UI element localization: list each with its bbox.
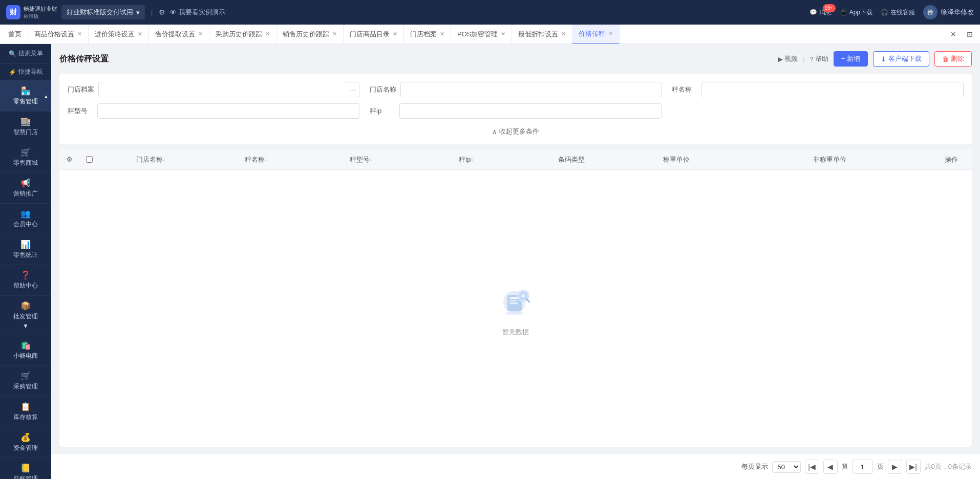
svg-point-1 [505, 311, 524, 315]
download-button[interactable]: ⬇ 客户端下载 [873, 51, 929, 67]
first-page-btn[interactable]: |◀ [805, 460, 819, 474]
headset-icon: 🎧 [881, 9, 888, 16]
scale-model-input[interactable] [97, 103, 359, 119]
store-profile-input-wrap: ··· [98, 82, 359, 97]
logo-version: 标准版 [24, 13, 57, 20]
tab-close-icon[interactable]: ✕ [265, 31, 270, 37]
tab-discount[interactable]: 最低折扣设置 ✕ [512, 25, 572, 44]
sidebar-item-label: 库存核算 [13, 413, 38, 422]
tab-close-icon[interactable]: ✕ [198, 31, 203, 37]
th-operations: 操作 [931, 155, 972, 164]
demo-link[interactable]: 👁 我要看实例演示 [169, 8, 225, 17]
page-header: 价格传秤设置 ▶ 视频 | ? 帮助 + 新增 ⬇ [59, 51, 972, 67]
tab-close-icon[interactable]: ✕ [561, 31, 566, 37]
tab-store-profile[interactable]: 门店档案 ✕ [404, 25, 451, 44]
sidebar-item-ledger[interactable]: 📒 总账管理 [0, 458, 51, 479]
sidebar-item-help[interactable]: ❓ 帮助中心 [0, 265, 51, 296]
last-page-btn[interactable]: ▶| [906, 460, 921, 474]
page-size-select[interactable]: 50 10 20 100 [772, 461, 801, 473]
sidebar-item-inventory[interactable]: 📋 库存核算 [0, 397, 51, 427]
tab-close-icon[interactable]: ✕ [332, 31, 337, 37]
tab-close-icon[interactable]: ✕ [440, 31, 444, 37]
scale-name-input[interactable] [701, 82, 964, 97]
tab-home[interactable]: 首页 [2, 25, 28, 44]
th-scale-ip-label: 秤ip [459, 155, 471, 164]
collapse-btn[interactable]: ∧ 收起更多条件 [492, 127, 539, 136]
sidebar-item-marketing[interactable]: 📢 营销推广 [0, 173, 51, 204]
sidebar-item-purchase[interactable]: 🛒 采购管理 [0, 366, 51, 397]
close-tab-btn[interactable]: ✕ [945, 26, 962, 42]
sidebar-item-label: 采购管理 [13, 382, 38, 391]
next-page-btn[interactable]: ▶ [888, 460, 902, 474]
tab-label: 价格传秤 [579, 29, 605, 38]
tab-close-icon[interactable]: ✕ [138, 31, 142, 37]
sidebar-item-retail-stats[interactable]: 📊 零售统计 [0, 234, 51, 265]
th-checkbox[interactable] [80, 156, 98, 163]
sidebar-search[interactable]: 🔍 搜索菜单 [0, 44, 51, 63]
delete-button[interactable]: 🗑 删除 [934, 51, 972, 67]
tab-price-strategy[interactable]: 进价策略设置 ✕ [89, 25, 149, 44]
sidebar-item-finance[interactable]: 💰 资金管理 [0, 427, 51, 458]
sidebar-item-retail[interactable]: 🏪 零售管理 [0, 81, 51, 112]
tab-close-icon[interactable]: ✕ [608, 30, 613, 37]
logo-icon: 财 [6, 5, 20, 19]
store-name-label: 门店名称 [370, 85, 396, 94]
search-icon: 🔍 [9, 50, 16, 57]
store-name-input[interactable] [400, 82, 662, 97]
sidebar-item-wholesale[interactable]: 📦 批发管理 [0, 296, 51, 335]
tab-sale-extract[interactable]: 售价提取设置 ✕ [149, 25, 209, 44]
logo-text: 畅捷通好业财 标准版 [24, 5, 57, 20]
online-service-label: 在线客服 [890, 8, 915, 17]
settings-icon-btn[interactable]: ⚙ [159, 8, 165, 16]
store-name-field: 门店名称 [370, 82, 662, 97]
version-selector[interactable]: 好业财标准版交付试用 ▾ [61, 5, 145, 19]
sidebar-item-member[interactable]: 👥 会员中心 [0, 204, 51, 234]
th-scale-model[interactable]: 秤型号 [309, 155, 414, 164]
th-barcode-type: 条码类型 [519, 155, 624, 164]
video-label: 视频 [784, 54, 798, 63]
tab-label: 销售历史价跟踪 [283, 30, 329, 39]
svg-point-9 [521, 294, 525, 298]
sidebar-item-retail-mall[interactable]: 🛒 零售商城 [0, 142, 51, 173]
add-button[interactable]: + 新增 [834, 51, 868, 67]
store-profile-input[interactable] [103, 82, 345, 97]
sidebar-item-ecommerce[interactable]: 🛍️ 小畅电商 [0, 335, 51, 366]
scale-ip-input[interactable] [399, 103, 662, 119]
tab-pos-security[interactable]: POS加密管理 ✕ [451, 25, 512, 44]
sidebar-item-smart-store[interactable]: 🏬 智慧门店 [0, 112, 51, 142]
th-scale-ip[interactable]: 秤ip [414, 155, 519, 164]
online-service-btn[interactable]: 🎧 在线客服 [881, 8, 915, 17]
video-link[interactable]: ▶ 视频 [778, 54, 798, 63]
more-icon[interactable]: ··· [350, 85, 356, 94]
select-all-checkbox[interactable] [86, 156, 93, 163]
tab-home-label: 首页 [8, 30, 22, 39]
tab-close-icon[interactable]: ✕ [77, 31, 82, 37]
scale-model-label: 秤型号 [68, 106, 93, 116]
th-scale-name[interactable]: 秤名称 [203, 155, 308, 164]
tab-label: 进价策略设置 [95, 30, 135, 39]
page-input[interactable] [853, 460, 873, 474]
tab-label: POS加密管理 [457, 30, 498, 39]
app-download-btn[interactable]: 📱 App下载 [840, 8, 872, 17]
message-btn[interactable]: 💬 消息 99+ [809, 8, 832, 17]
sidebar-item-label: 资金管理 [13, 444, 38, 452]
tab-store-catalog[interactable]: 门店商品目录 ✕ [344, 25, 404, 44]
th-store-name[interactable]: 门店名称 [98, 155, 203, 164]
tab-purchase-history[interactable]: 采购历史价跟踪 ✕ [209, 25, 276, 44]
help-circle-icon: ? [810, 55, 814, 63]
ecommerce-icon: 🛍️ [20, 340, 31, 350]
tab-close-icon[interactable]: ✕ [501, 31, 505, 37]
user-area[interactable]: 徐 徐泽华修改 [923, 5, 974, 19]
tab-price-setting[interactable]: 商品价格设置 ✕ [28, 25, 89, 44]
help-link[interactable]: ? 帮助 [810, 54, 828, 63]
th-scale-name-label: 秤名称 [245, 155, 265, 164]
th-settings[interactable]: ⚙ [59, 156, 80, 163]
expand-tab-btn[interactable]: ⊡ [962, 26, 978, 42]
prev-page-btn[interactable]: ◀ [823, 460, 838, 474]
tab-sales-history[interactable]: 销售历史价跟踪 ✕ [276, 25, 344, 44]
tab-close-icon[interactable]: ✕ [393, 31, 397, 37]
sidebar-quick-nav[interactable]: ⚡ 快捷导航 [0, 63, 51, 81]
table-body: 暂无数据 [59, 170, 972, 447]
tab-price-scale[interactable]: 价格传秤 ✕ [572, 25, 620, 44]
retail-mall-icon: 🛒 [20, 147, 31, 157]
